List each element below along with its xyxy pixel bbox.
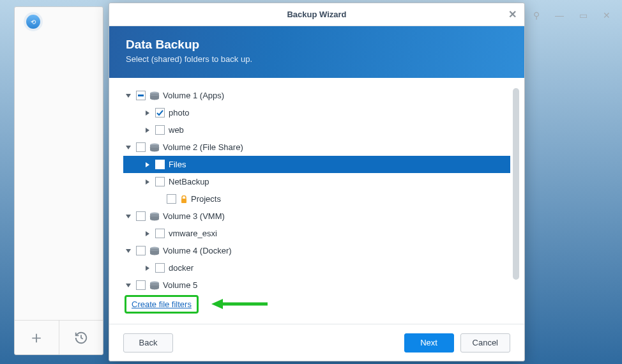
chevron-down-icon[interactable]	[125, 247, 132, 255]
checkbox[interactable]	[136, 91, 146, 100]
wizard-header: Data Backup Select (shared) folders to b…	[109, 26, 524, 78]
back-button[interactable]: Back	[123, 333, 173, 353]
history-button[interactable]	[59, 321, 103, 354]
chevron-right-icon[interactable]	[144, 230, 151, 238]
add-button[interactable]: ＋	[15, 321, 59, 354]
checkbox[interactable]	[167, 194, 176, 204]
disk-icon	[149, 91, 160, 100]
tree-item-label: Files	[169, 160, 186, 169]
tree-row[interactable]: Volume 2 (File Share)	[123, 139, 510, 156]
pin-icon[interactable]: ⚲	[533, 10, 540, 20]
disk-icon	[149, 212, 160, 221]
close-button[interactable]: ✕	[508, 8, 517, 20]
tree-row[interactable]: Volume 4 (Docker)	[123, 242, 510, 259]
lock-icon	[180, 195, 188, 203]
app-sidebar: ⟲ ＋	[14, 6, 103, 355]
chevron-right-icon[interactable]	[144, 126, 151, 134]
tree-item-label: Projects	[191, 194, 221, 204]
backup-wizard-dialog: Backup Wizard ✕ Data Backup Select (shar…	[109, 3, 525, 361]
tree-row[interactable]: web	[123, 121, 510, 139]
chevron-right-icon[interactable]	[144, 264, 151, 272]
tree-row[interactable]: Volume 1 (Apps)	[123, 87, 510, 104]
checkbox[interactable]	[155, 263, 165, 273]
window-title: Backup Wizard	[287, 10, 346, 19]
tree-row[interactable]: vmware_esxi	[123, 225, 510, 242]
minimize-icon[interactable]: —	[555, 10, 564, 20]
tree-row[interactable]: docker	[123, 259, 510, 277]
app-icon: ⟲	[24, 12, 43, 31]
wizard-footer: Back Next Cancel	[109, 324, 524, 361]
tree-row[interactable]: Volume 5	[123, 277, 510, 294]
tree-item-label: Volume 3 (VMM)	[163, 211, 225, 221]
tree-item-label: Volume 4 (Docker)	[163, 246, 232, 255]
tree-item-label: docker	[169, 263, 193, 273]
chevron-right-icon[interactable]	[144, 178, 151, 186]
tree-row[interactable]: photo	[123, 104, 510, 121]
tree-item-label: photo	[169, 108, 190, 118]
tree-item-label: web	[169, 125, 184, 135]
checkbox[interactable]	[155, 108, 165, 118]
tree-item-label: NetBackup	[169, 177, 209, 186]
tree-item-label: Volume 2 (File Share)	[163, 142, 243, 152]
tree-item-label: Volume 5	[163, 280, 197, 290]
chevron-right-icon[interactable]	[144, 109, 151, 117]
svg-marker-1	[211, 299, 223, 309]
next-button[interactable]: Next	[404, 333, 454, 353]
scrollbar[interactable]	[513, 88, 519, 280]
tree-row[interactable]: NetBackup	[123, 173, 510, 190]
checkbox[interactable]	[155, 125, 165, 135]
chevron-down-icon[interactable]	[125, 144, 132, 151]
maximize-icon[interactable]: ▭	[579, 10, 588, 20]
checkbox[interactable]	[136, 246, 146, 255]
outer-window-controls: ⚲ — ▭ ✕	[533, 10, 611, 20]
checkbox[interactable]	[136, 280, 146, 290]
chevron-down-icon[interactable]	[125, 92, 132, 100]
tree-item-label: vmware_esxi	[169, 229, 217, 238]
checkbox[interactable]	[155, 229, 165, 238]
checkbox[interactable]	[155, 177, 165, 186]
folder-tree: Volume 1 (Apps)photowebVolume 2 (File Sh…	[109, 78, 524, 324]
checkbox[interactable]	[136, 211, 146, 221]
disk-icon	[149, 143, 160, 152]
close-icon[interactable]: ✕	[603, 10, 611, 20]
tree-row[interactable]: Files	[123, 156, 510, 173]
chevron-down-icon[interactable]	[125, 282, 132, 289]
create-file-filters-link[interactable]: Create file filters	[132, 300, 192, 309]
chevron-right-icon[interactable]	[144, 161, 151, 169]
disk-icon	[149, 246, 160, 255]
annotation-highlight: Create file filters	[125, 295, 199, 314]
checkbox[interactable]	[136, 142, 146, 152]
page-subtitle: Select (shared) folders to back up.	[126, 54, 508, 64]
cancel-button[interactable]: Cancel	[460, 333, 510, 353]
titlebar: Backup Wizard ✕	[109, 3, 524, 26]
page-title: Data Backup	[126, 38, 508, 52]
disk-icon	[149, 281, 160, 290]
caret-placeholder	[155, 195, 163, 203]
tree-item-label: Volume 1 (Apps)	[163, 91, 224, 100]
checkbox[interactable]	[155, 160, 165, 169]
tree-row[interactable]: Projects	[123, 190, 510, 208]
tree-row[interactable]: Volume 3 (VMM)	[123, 208, 510, 225]
annotation-arrow-icon	[211, 297, 269, 313]
chevron-down-icon[interactable]	[125, 213, 132, 220]
